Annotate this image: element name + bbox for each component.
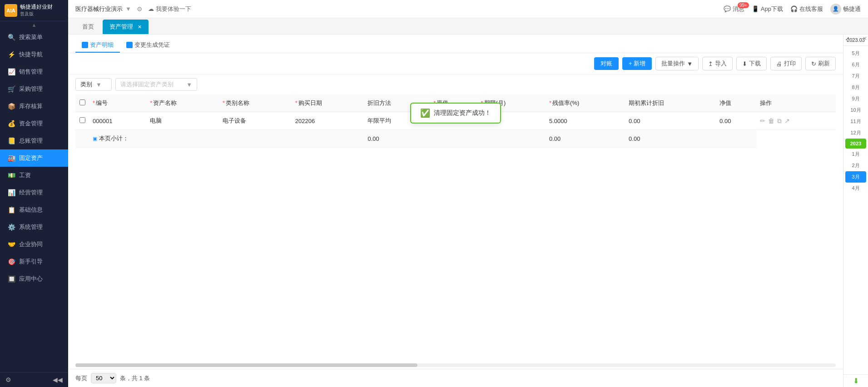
sidebar-item-system[interactable]: ⚙️ 系统管理 — [0, 218, 68, 236]
ops-mgmt-icon: 📊 — [7, 189, 15, 196]
timeline-year-2023[interactable]: 2023 — [845, 139, 866, 149]
delete-icon[interactable]: 🗑 — [768, 117, 774, 124]
cell-id: 000001 — [89, 112, 146, 130]
timeline-month-3-current[interactable]: 3月 — [845, 171, 866, 183]
per-page-select[interactable]: 50 100 — [91, 373, 116, 383]
timeline-close-btn[interactable]: ✕ — [863, 35, 867, 42]
sidebar-item-ops-mgmt[interactable]: 📊 经营管理 — [0, 184, 68, 201]
ledger-icon: 📒 — [7, 137, 15, 144]
timeline-month-1[interactable]: 1月 — [843, 149, 868, 160]
download-btn[interactable]: ⬇ 下载 — [736, 57, 767, 70]
sidebar-item-label: 新手引导 — [19, 258, 43, 266]
sidebar-item-apps[interactable]: 🔲 应用中心 — [0, 270, 68, 288]
timeline-month-10[interactable]: 10月 — [843, 104, 868, 116]
batch-btn[interactable]: 批量操作 ▼ — [655, 57, 699, 70]
category-type-select[interactable]: 类别 ▼ — [75, 78, 112, 91]
timeline-month-5[interactable]: 5月 — [843, 48, 868, 59]
timeline-month-6[interactable]: 6月 — [843, 59, 868, 70]
timeline-month-4[interactable]: 4月 — [843, 183, 868, 194]
app-download-btn[interactable]: 📱 App下载 — [752, 5, 783, 13]
company-selector[interactable]: 医疗器械行业演示 ▼ — [75, 5, 131, 13]
th-purchase-date: 购买日期 — [292, 94, 364, 112]
company-name: 医疗器械行业演示 — [75, 5, 123, 13]
sidebar-item-quicknav[interactable]: ⚡ 快捷导航 — [0, 46, 68, 63]
sub-tabs: 资产明细 变更生成凭证 — [68, 35, 843, 53]
sub-tab-change-voucher[interactable]: 变更生成凭证 — [120, 38, 176, 53]
user-menu[interactable]: 👤 畅捷通 — [830, 4, 861, 15]
copy-icon[interactable]: ⧉ — [777, 117, 782, 125]
sub-tab-asset-detail[interactable]: 资产明细 — [75, 38, 120, 53]
account-btn[interactable]: 对账 — [594, 57, 619, 70]
messages-btn[interactable]: 💬 消息 99+ — [724, 5, 744, 13]
app-name: 畅捷通好业财 — [20, 4, 53, 11]
sidebar-item-fixed-asset[interactable]: 🏭 固定资产 — [0, 149, 68, 167]
online-service-btn[interactable]: 🎧 在线客服 — [790, 5, 823, 13]
purchase-icon: 🛒 — [7, 85, 15, 93]
headset-icon: 🎧 — [790, 5, 798, 12]
topbar-right: 💬 消息 99+ 📱 App下载 🎧 在线客服 👤 畅捷通 — [724, 4, 861, 15]
feedback-btn[interactable]: ☁ 我要体验一下 — [148, 5, 191, 13]
timeline-expand-btn[interactable]: ⤢ — [845, 36, 849, 42]
tab-asset-mgmt[interactable]: 资产管理 ✕ — [103, 20, 149, 34]
sidebar-item-ledger[interactable]: 📒 总账管理 — [0, 132, 68, 149]
sidebar-item-payroll[interactable]: 💵 工资 — [0, 167, 68, 184]
timeline-down-icon[interactable]: ⬇ — [853, 377, 859, 385]
row-checkbox-cell[interactable] — [75, 112, 89, 130]
sidebar-item-purchase[interactable]: 🛒 采购管理 — [0, 80, 68, 98]
sidebar-item-enterprise[interactable]: 🤝 企业协同 — [0, 236, 68, 253]
settings-icon[interactable]: ⚙ — [5, 376, 11, 383]
sidebar-item-guide[interactable]: 🎯 新手引导 — [0, 253, 68, 270]
sidebar-scroll-up[interactable]: ▲ — [0, 21, 68, 29]
timeline-bottom: ⬇ — [843, 374, 868, 387]
sidebar-item-label: 快捷导航 — [19, 50, 43, 59]
timeline-month-9[interactable]: 9月 — [843, 93, 868, 104]
print-btn[interactable]: 🖨 打印 — [770, 57, 802, 70]
edit-icon[interactable]: ✏ — [760, 117, 765, 124]
cell-category: 电子设备 — [219, 112, 292, 130]
select-all-checkbox[interactable] — [79, 99, 85, 105]
timeline-month-7[interactable]: 7月 — [843, 70, 868, 82]
basic-info-icon: 📋 — [7, 206, 15, 213]
avatar: 👤 — [830, 4, 841, 15]
sidebar-item-basic-info[interactable]: 📋 基础信息 — [0, 201, 68, 218]
scrollbar-thumb[interactable] — [75, 363, 417, 367]
timeline-month-8[interactable]: 8月 — [843, 82, 868, 93]
import-btn[interactable]: ↥ 导入 — [702, 57, 733, 70]
search-icon: 🔍 — [7, 34, 15, 41]
topbar: 医疗器械行业演示 ▼ ⚙ ☁ 我要体验一下 💬 消息 99+ 📱 App下载 🎧… — [68, 0, 868, 18]
sidebar: AtA 畅捷通好业财 普及版 ▲ 🔍 搜索菜单 ⚡ 快捷导航 📈 销售管理 🛒 … — [0, 0, 68, 387]
sidebar-item-inventory[interactable]: 📦 库存核算 — [0, 98, 68, 115]
sidebar-item-search[interactable]: 🔍 搜索菜单 — [0, 29, 68, 46]
quicknav-icon: ⚡ — [7, 51, 15, 58]
sidebar-item-funds[interactable]: 💰 资金管理 — [0, 115, 68, 132]
tab-home[interactable]: 首页 — [75, 20, 101, 34]
select-all-cell[interactable] — [75, 94, 89, 112]
payroll-icon: 💵 — [7, 172, 15, 179]
timeline-month-12[interactable]: 12月 — [843, 127, 868, 139]
category-value-select[interactable]: 请选择固定资产类别 ▼ — [115, 78, 197, 91]
sidebar-item-label: 总账管理 — [19, 137, 43, 145]
gear-icon[interactable]: ⚙ — [137, 5, 143, 13]
apps-icon: 🔲 — [7, 275, 15, 283]
cell-name: 电脑 — [146, 112, 219, 130]
subtotal-label-cell: ▣ 本页小计： — [89, 130, 364, 148]
more-icon[interactable]: ↗ — [784, 117, 790, 124]
timeline-month-2[interactable]: 2月 — [843, 160, 868, 171]
download-icon: ⬇ — [742, 60, 747, 67]
cell-ops: ✏ 🗑 ⧉ ↗ — [756, 112, 836, 130]
timeline-month-11[interactable]: 11月 — [843, 116, 868, 127]
guide-icon: 🎯 — [7, 258, 15, 265]
total-count: 条，共 1 条 — [120, 374, 150, 382]
sidebar-item-label: 销售管理 — [19, 68, 43, 76]
tab-close-icon[interactable]: ✕ — [138, 24, 142, 30]
collapse-icon[interactable]: ◀◀ — [53, 376, 63, 383]
sidebar-item-label: 基础信息 — [19, 206, 43, 214]
refresh-btn[interactable]: ↻ 刷新 — [805, 57, 836, 70]
sidebar-item-sales[interactable]: 📈 销售管理 — [0, 63, 68, 80]
horizontal-scrollbar[interactable] — [75, 363, 836, 367]
table-footer: 每页 50 100 条，共 1 条 — [68, 369, 843, 387]
mobile-icon: 📱 — [752, 5, 759, 12]
add-btn[interactable]: + 新增 — [622, 57, 652, 70]
row-checkbox[interactable] — [79, 117, 85, 123]
filter-dropdown-icon: ▼ — [96, 81, 102, 88]
